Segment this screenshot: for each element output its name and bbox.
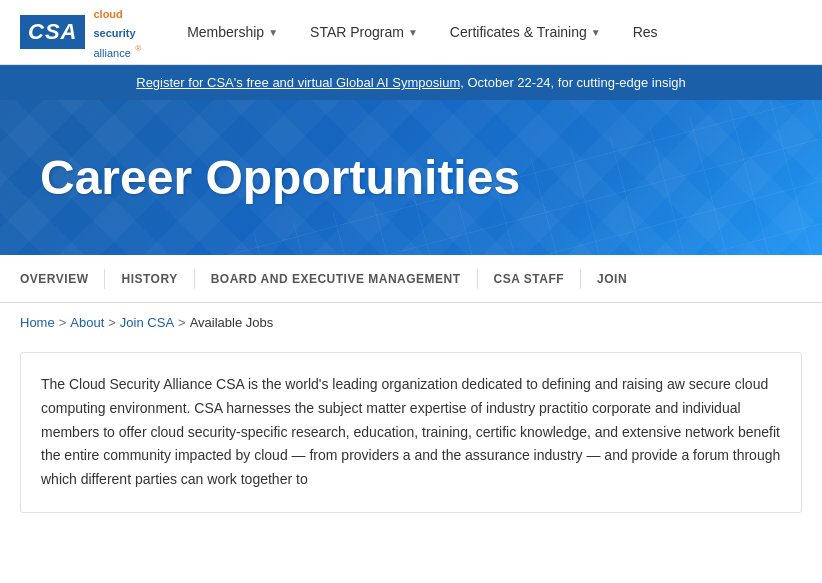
- nav-item-certificates[interactable]: Certificates & Training ▼: [434, 0, 617, 64]
- breadcrumb: Home > About > Join CSA > Available Jobs: [0, 303, 822, 342]
- logo-security: security: [93, 27, 135, 39]
- page-title: Career Opportunities: [40, 150, 520, 205]
- nav-item-membership[interactable]: Membership ▼: [171, 0, 294, 64]
- nav-label-membership: Membership: [187, 24, 264, 40]
- announcement-link[interactable]: Register for CSA's free and virtual Glob…: [136, 75, 464, 90]
- nav-arrow-membership: ▼: [268, 27, 278, 38]
- logo-text: cloud security alliance ®: [93, 3, 141, 61]
- logo-cloud: cloud: [93, 8, 122, 20]
- announcement-bar: Register for CSA's free and virtual Glob…: [0, 65, 822, 100]
- main-nav: Membership ▼ STAR Program ▼ Certificates…: [171, 0, 673, 64]
- breadcrumb-join-csa[interactable]: Join CSA: [120, 315, 174, 330]
- breadcrumb-home[interactable]: Home: [20, 315, 55, 330]
- sub-nav-history[interactable]: HISTORY: [105, 255, 193, 302]
- hero-banner: Career Opportunities: [0, 100, 822, 255]
- logo-alliance: alliance: [93, 47, 130, 59]
- nav-item-res[interactable]: Res: [617, 0, 674, 64]
- breadcrumb-sep-1: >: [59, 315, 67, 330]
- breadcrumb-sep-3: >: [178, 315, 186, 330]
- content-text: The Cloud Security Alliance CSA is the w…: [41, 373, 781, 492]
- announcement-rest: October 22-24, for cutting-edge insigh: [464, 75, 686, 90]
- sub-nav-overview[interactable]: OVERVIEW: [20, 255, 104, 302]
- breadcrumb-sep-2: >: [108, 315, 116, 330]
- nav-label-certificates: Certificates & Training: [450, 24, 587, 40]
- logo-csa-text: CSA: [20, 15, 85, 49]
- sub-nav-board[interactable]: BOARD AND EXECUTIVE MANAGEMENT: [195, 255, 477, 302]
- logo[interactable]: CSA cloud security alliance ®: [20, 3, 141, 61]
- sub-nav: OVERVIEW HISTORY BOARD AND EXECUTIVE MAN…: [0, 255, 822, 303]
- content-area: The Cloud Security Alliance CSA is the w…: [0, 342, 822, 533]
- sub-nav-staff[interactable]: CSA STAFF: [478, 255, 581, 302]
- sub-nav-join[interactable]: JOIN: [581, 255, 643, 302]
- nav-label-res: Res: [633, 24, 658, 40]
- content-box: The Cloud Security Alliance CSA is the w…: [20, 352, 802, 513]
- top-nav: CSA cloud security alliance ® Membership…: [0, 0, 822, 65]
- nav-arrow-certificates: ▼: [591, 27, 601, 38]
- nav-arrow-star: ▼: [408, 27, 418, 38]
- breadcrumb-about[interactable]: About: [70, 315, 104, 330]
- breadcrumb-current: Available Jobs: [190, 315, 274, 330]
- nav-label-star: STAR Program: [310, 24, 404, 40]
- nav-item-star[interactable]: STAR Program ▼: [294, 0, 434, 64]
- logo-registered: ®: [135, 43, 141, 52]
